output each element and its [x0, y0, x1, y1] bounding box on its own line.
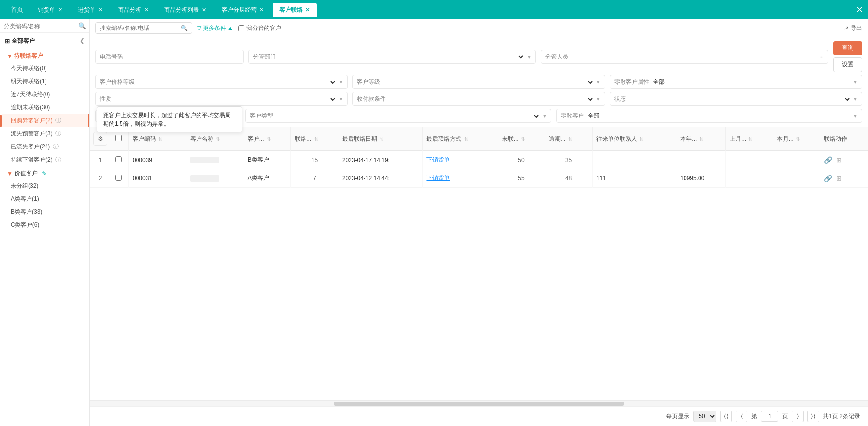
row1-last-date: 2023-04-17 14:19:	[338, 151, 423, 169]
search-input[interactable]	[100, 25, 178, 31]
col-code-label: 客户编码	[133, 135, 156, 142]
nav-tab-customer-contact[interactable]: 客户联络 ✕	[273, 3, 317, 17]
export-button[interactable]: ↗ 导出	[844, 24, 862, 32]
sidebar-item-ungrouped[interactable]: 未分组(32)	[0, 179, 89, 192]
select-all-checkbox[interactable]	[115, 135, 122, 141]
nav-tab-purchase-close[interactable]: ✕	[98, 7, 103, 13]
sidebar-item-overdue[interactable]: 逾期未联络(30)	[0, 101, 89, 114]
sidebar-item-repurchase-anomaly[interactable]: 回购异常客户(2) ⓘ	[2, 114, 89, 127]
sort-contact-icon[interactable]: ⇅	[314, 136, 318, 142]
sidebar-item-already-lost[interactable]: 已流失客户(24) ⓘ	[0, 140, 89, 153]
status-select[interactable]	[630, 95, 851, 103]
nav-tab-product-analysis-close[interactable]: ✕	[144, 7, 149, 13]
col-contact-person: 往来单位联系人 ⇅	[592, 127, 676, 151]
row1-this-year	[676, 151, 726, 169]
my-customers-check[interactable]	[238, 25, 244, 31]
col-settings-btn[interactable]: ⚙	[93, 132, 107, 146]
dept-select[interactable]	[280, 53, 525, 60]
my-customers-checkbox[interactable]: 我分管的客户	[238, 24, 281, 32]
value-customer-section[interactable]: ▼ 价值客户 ✎	[0, 166, 89, 179]
more-conditions-label: 更多条件	[203, 24, 226, 32]
customer-type-select[interactable]	[277, 112, 540, 120]
horizontal-scrollbar[interactable]	[90, 400, 868, 406]
sidebar-item-today[interactable]: 今天待联络(0)	[0, 62, 89, 75]
query-button[interactable]: 查询	[833, 41, 862, 55]
sort-person-icon[interactable]: ⇅	[640, 136, 643, 142]
search-icon[interactable]: 🔍	[181, 25, 188, 31]
person-input[interactable]	[572, 53, 817, 60]
pending-contacts-group[interactable]: ▼ 待联络客户	[0, 49, 89, 62]
nav-tab-purchase[interactable]: 进货单 ✕	[71, 3, 109, 17]
sort-date-icon[interactable]: ⇅	[380, 136, 383, 142]
sidebar-search-input[interactable]	[4, 23, 76, 29]
sidebar-item-b-class[interactable]: B类客户(33)	[0, 206, 89, 219]
sidebar-search-box[interactable]: 🔍	[0, 19, 89, 33]
nav-tab-sales-close[interactable]: ✕	[58, 7, 62, 13]
sort-type-icon[interactable]: ⇅	[267, 136, 271, 142]
sort-tmonth-icon[interactable]: ⇅	[796, 136, 800, 142]
person-more-icon[interactable]: ···	[819, 53, 824, 60]
row2-method-link[interactable]: 下销货单	[426, 175, 450, 181]
customer-level-label: 客户等级	[357, 78, 380, 86]
nav-tab-customer-tier[interactable]: 客户分层经营 ✕	[215, 3, 271, 17]
window-close-button[interactable]: ✕	[856, 4, 863, 15]
per-page-select[interactable]: 50	[693, 411, 716, 422]
edit-icon[interactable]: ✎	[42, 170, 46, 177]
nav-tab-product-list[interactable]: 商品分析列表 ✕	[157, 3, 213, 17]
current-page-input[interactable]	[761, 411, 778, 422]
row2-code: 000031	[129, 169, 186, 188]
row1-link-icon[interactable]: 🔗	[824, 156, 832, 164]
sort-method-icon[interactable]: ⇅	[464, 136, 468, 142]
price-level-select[interactable]	[138, 78, 336, 86]
first-page-btn[interactable]: ⟨⟨	[720, 411, 732, 422]
all-customers-section[interactable]: ⊞ 全部客户 ❮	[0, 33, 89, 49]
payment-select[interactable]	[390, 95, 594, 103]
sidebar-collapse-icon[interactable]: ❮	[80, 38, 84, 44]
sidebar-item-7days[interactable]: 近7天待联络(0)	[0, 88, 89, 101]
settings-button[interactable]: 设置	[833, 57, 862, 72]
more-conditions-btn[interactable]: ▽ 更多条件 ▲	[197, 24, 233, 32]
sort-overdue-icon[interactable]: ⇅	[568, 136, 572, 142]
last-page-btn[interactable]: ⟩⟩	[807, 411, 819, 422]
nav-tab-customer-contact-close[interactable]: ✕	[305, 7, 310, 13]
sidebar-item-c-class[interactable]: C类客户(6)	[0, 219, 89, 232]
sort-year-icon[interactable]: ⇅	[700, 136, 703, 142]
nav-tab-sales[interactable]: 销货单 ✕	[31, 3, 69, 17]
home-tab[interactable]: 首页	[5, 2, 29, 17]
sidebar-item-a-class[interactable]: A类客户(1)	[0, 192, 89, 206]
row2-checkbox	[111, 169, 129, 188]
filter-row-2: 客户价格等级 ▼ 客户等级 ▼ 零散客户属性 全部 ▼	[95, 75, 862, 89]
nav-tab-customer-tier-close[interactable]: ✕	[259, 7, 264, 13]
prev-page-btn[interactable]: ⟨	[736, 411, 747, 422]
status-arrow: ▼	[853, 96, 858, 102]
sidebar-item-lost-warning[interactable]: 流失预警客户(3) ⓘ	[0, 127, 89, 140]
sort-lmonth-icon[interactable]: ⇅	[748, 136, 752, 142]
row2-actions: 🔗 ⊞	[820, 169, 868, 188]
search-box[interactable]: 🔍	[95, 22, 192, 34]
row2-link-icon[interactable]: 🔗	[824, 175, 832, 182]
row1-last-month	[726, 151, 773, 169]
customer-level-select[interactable]	[384, 78, 594, 86]
row2-customer-type: A类客户	[244, 169, 291, 188]
row1-select-checkbox[interactable]	[115, 156, 122, 162]
sidebar-search-icon[interactable]: 🔍	[78, 22, 86, 29]
next-page-btn[interactable]: ⟩	[792, 411, 804, 422]
col-action-label: 联络动作	[824, 135, 847, 142]
sidebar-item-continuous-drop[interactable]: 持续下滑客户(2) ⓘ	[0, 153, 89, 166]
row1-method-link[interactable]: 下销货单	[426, 156, 450, 163]
row1-grid-icon[interactable]: ⊞	[836, 156, 842, 164]
sidebar-item-tomorrow[interactable]: 明天待联络(1)	[0, 75, 89, 88]
row2-grid-icon[interactable]: ⊞	[836, 175, 842, 182]
sort-code-icon[interactable]: ⇅	[158, 136, 162, 142]
nav-tab-product-analysis[interactable]: 商品分析 ✕	[111, 3, 155, 17]
nav-tab-product-list-close[interactable]: ✕	[202, 7, 206, 13]
phone-input[interactable]	[127, 53, 239, 60]
sort-name-icon[interactable]: ⇅	[216, 136, 220, 142]
gender-select[interactable]	[115, 95, 336, 103]
scrollbar-thumb[interactable]	[334, 402, 624, 406]
row2-last-date: 2023-04-12 14:44:	[338, 169, 423, 188]
sort-not-icon[interactable]: ⇅	[521, 136, 525, 142]
price-level-arrow: ▼	[338, 79, 343, 85]
col-last-date: 最后联络日期 ⇅	[338, 127, 423, 151]
row2-select-checkbox[interactable]	[115, 175, 122, 181]
